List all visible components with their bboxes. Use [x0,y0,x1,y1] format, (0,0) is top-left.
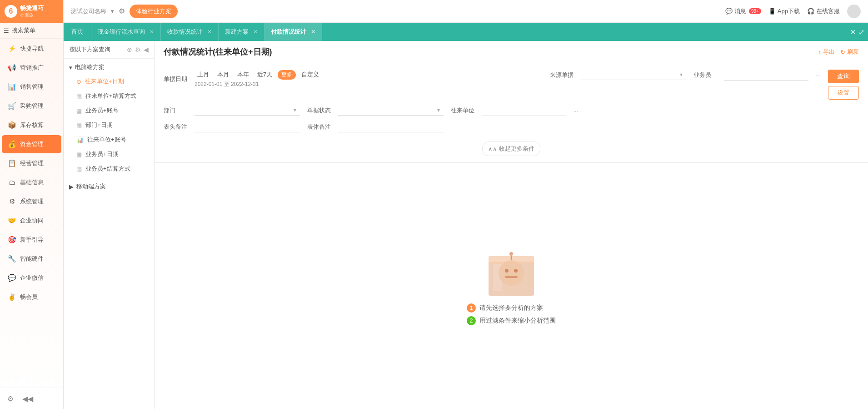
trial-btn[interactable]: 体验行业方案 [130,5,178,18]
app-download-label: App下载 [778,7,800,15]
online-service-label: 在线客服 [816,7,840,15]
tab-payments-close-icon[interactable]: ✕ [311,29,315,35]
topbar-left: 测试公司名称 ▾ ⚙ 体验行业方案 [71,5,720,18]
sidebar-item-basic[interactable]: 🗂 基础信息 [2,173,61,192]
maximize-icon[interactable]: ⤢ [858,28,864,36]
schema-desktop-header[interactable]: ▾ 电脑端方案 [64,61,154,74]
schema-item-dept-date[interactable]: ▦ 部门+日期 [64,118,154,132]
tab-new-scheme[interactable]: 新建方案 ✕ [219,23,264,41]
scheme-icon-3: ▦ [76,107,82,114]
sidebar-bottom: ⚙ ◀◀ [0,388,63,409]
sidebar-item-inventory[interactable]: 📦 库存核算 [2,116,61,134]
refresh-label: 刷新 [847,48,859,56]
date-range-display: 2022-01-01 至 2022-12-31 [195,81,322,88]
sidebar-item-label: 智能硬件 [20,255,44,263]
dept-select[interactable]: ▾ [195,105,300,116]
tab-cashflow-close-icon[interactable]: ✕ [150,29,154,35]
sidebar: 6 畅捷通巧 标准版 ☰ 搜索菜单 ⚡ 快捷导航 📢 营销推广 📊 销售管理 🛒… [0,0,64,409]
scheme-icon-7: ▦ [76,166,82,172]
logo-icon: 6 [5,5,17,18]
content-area: 按以下方案查询 ⊕ ⚙ ◀ ▾ 电脑端方案 ⊙ 往来单位+日期 ▦ [64,41,868,409]
partner-input[interactable] [482,105,566,116]
schema-item-label: 业务员+结算方式 [85,165,130,173]
schema-item-label: 往来单位+账号 [87,136,126,144]
schema-item-unit-settle[interactable]: ▦ 往来单位+结算方式 [64,89,154,103]
schema-item-staff-settle[interactable]: ▦ 业务员+结算方式 [64,162,154,176]
svg-point-3 [499,260,524,286]
settings-scheme-icon[interactable]: ⚙ [135,46,141,53]
date-options: 上月 本月 本年 近7天 更多 自定义 [195,70,322,80]
sidebar-item-wechat[interactable]: 💬 企业微信 [2,269,61,287]
sidebar-item-system[interactable]: ⚙ 系统管理 [2,192,61,211]
staff-input[interactable] [724,70,808,81]
close-window-icon[interactable]: ✕ [850,28,856,36]
more-dates-btn[interactable]: 更多 [278,70,296,80]
tab-home[interactable]: 首页 [64,23,91,41]
source-select[interactable]: ▾ [581,70,686,80]
sidebar-item-label: 企业微信 [20,274,44,282]
tab-cashflow-label: 现金银行流水查询 [98,28,145,36]
refresh-btn[interactable]: ↻ 刷新 [840,48,859,56]
this-month-btn[interactable]: 本月 [215,70,232,80]
search-label: 搜索菜单 [12,26,35,35]
collapse-sidebar-btn[interactable]: ◀◀ [21,392,35,405]
query-button[interactable]: 查询 [828,70,859,83]
sidebar-item-guide[interactable]: 🎯 新手引导 [2,231,61,249]
tab-receipts-close-icon[interactable]: ✕ [207,29,212,35]
topbar-settings-icon[interactable]: ⚙ [119,7,125,15]
schema-item-staff-account[interactable]: ▦ 业务员+账号 [64,103,154,118]
search-icon: ☰ [4,27,9,34]
body-remark-label: 表体备注 [307,123,334,131]
sidebar-item-label: 畅会员 [20,293,38,301]
schema-item-staff-date[interactable]: ▦ 业务员+日期 [64,147,154,162]
export-btn[interactable]: ↑ 导出 [818,48,835,56]
empty-state: 1 请先选择要分析的方案 2 用过滤条件来缩小分析范围 [155,163,868,409]
last-month-btn[interactable]: 上月 [195,70,212,80]
this-year-btn[interactable]: 本年 [234,70,252,80]
tab-cashflow[interactable]: 现金银行流水查询 ✕ [91,23,161,41]
tabbar-actions: ✕ ⤢ [846,23,868,41]
export-icon: ↑ [818,49,822,56]
body-remark-input[interactable] [338,121,444,132]
purchase-icon: 🛒 [7,101,16,111]
user-avatar[interactable] [847,5,861,18]
schema-item-label: 业务员+日期 [85,150,119,158]
last-7days-btn[interactable]: 近7天 [254,70,275,80]
main-area: 测试公司名称 ▾ ⚙ 体验行业方案 💬 消息 99+ 📱 App下载 🎧 在线客… [64,0,868,409]
docstatus-select[interactable]: ▾ [338,105,444,116]
sidebar-item-vip[interactable]: ✌ 畅会员 [2,288,61,306]
sidebar-item-sales[interactable]: 📊 销售管理 [2,78,61,96]
schema-mobile-header[interactable]: ▶ 移动端方案 [64,180,154,193]
partner-dots-icon[interactable]: ··· [573,107,578,114]
head-remark-label: 表头备注 [164,123,191,131]
head-remark-input[interactable] [195,121,300,132]
collapse-scheme-icon[interactable]: ◀ [144,46,149,53]
sidebar-item-enterprise[interactable]: 🤝 企业协同 [2,212,61,230]
sidebar-item-operation[interactable]: 📋 经营管理 [2,154,61,172]
tab-payments[interactable]: 付款情况统计 ✕ [264,23,322,41]
main-panel: 付款情况统计(往来单位+日期) ↑ 导出 ↻ 刷新 单 [155,41,868,409]
schema-item-unit-account[interactable]: 📊 往来单位+账号 [64,132,154,147]
online-service-btn[interactable]: 🎧 在线客服 [807,7,840,15]
search-menu[interactable]: ☰ 搜索菜单 [0,23,63,39]
sidebar-item-finance[interactable]: 💰 资金管理 [2,135,61,153]
filter-row-3: 表头备注 表体备注 [164,121,859,132]
messages-btn[interactable]: 💬 消息 99+ [725,7,761,15]
svg-point-8 [509,252,513,256]
custom-date-btn[interactable]: 自定义 [299,70,322,80]
sidebar-item-hardware[interactable]: 🔧 智能硬件 [2,250,61,268]
schema-item-unit-date[interactable]: ⊙ 往来单位+日期 [64,74,154,89]
sidebar-item-purchase[interactable]: 🛒 采购管理 [2,97,61,115]
collapse-filter-btn[interactable]: ∧∧ 收起更多条件 [482,141,540,156]
sidebar-item-marketing[interactable]: 📢 营销推广 [2,59,61,77]
tab-new-scheme-close-icon[interactable]: ✕ [253,29,258,35]
tab-receipts[interactable]: 收款情况统计 ✕ [161,23,219,41]
app-download-btn[interactable]: 📱 App下载 [768,7,800,15]
staff-dots-icon[interactable]: ··· [816,72,821,79]
sidebar-item-label: 采购管理 [20,102,44,110]
setting-button[interactable]: 设置 [828,86,859,100]
add-scheme-icon[interactable]: ⊕ [127,46,132,53]
settings-bottom-btn[interactable]: ⚙ [4,392,17,405]
sidebar-item-quicknav[interactable]: ⚡ 快捷导航 [2,40,61,58]
topbar-right: 💬 消息 99+ 📱 App下载 🎧 在线客服 [725,5,861,18]
